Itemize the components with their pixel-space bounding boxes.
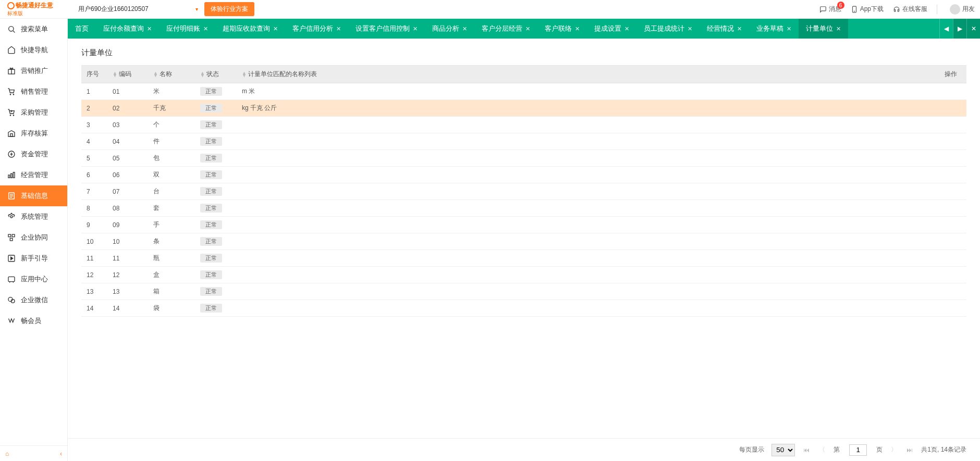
trial-button[interactable]: 体验行业方案: [204, 2, 254, 16]
col-seq[interactable]: 序号: [81, 66, 107, 83]
table-row[interactable]: 202千克正常kg 千克 公斤: [81, 100, 966, 117]
sidebar-item-14[interactable]: 畅会员: [0, 310, 67, 331]
table-row[interactable]: 1212盒正常: [81, 267, 966, 283]
cell-code: 09: [107, 217, 148, 233]
sidebar-item-8[interactable]: 基础信息: [0, 185, 67, 206]
close-icon[interactable]: ✕: [836, 26, 841, 32]
tab-2[interactable]: 应付明细账✕: [159, 19, 215, 39]
tab-3[interactable]: 超期应收款查询✕: [215, 19, 285, 39]
cell-seq: 11: [81, 250, 107, 267]
close-icon[interactable]: ✕: [147, 26, 152, 32]
page-last[interactable]: ⏭: [905, 446, 914, 454]
close-icon[interactable]: ✕: [575, 26, 580, 32]
table-row[interactable]: 1010条正常: [81, 233, 966, 250]
sidebar-item-4[interactable]: 采购管理: [0, 102, 67, 123]
sidebar-item-13[interactable]: 企业微信: [0, 290, 67, 310]
tab-12[interactable]: 业务草稿✕: [749, 19, 799, 39]
page-input[interactable]: [849, 444, 867, 456]
tabs-scroll-right[interactable]: ▶: [953, 19, 966, 39]
tab-label: 应付余额查询: [103, 24, 144, 33]
cell-seq: 2: [81, 100, 107, 117]
sidebar-item-6[interactable]: 资金管理: [0, 144, 67, 165]
sidebar-item-11[interactable]: 新手引导: [0, 248, 67, 269]
svg-point-6: [10, 94, 10, 95]
sidebar-item-7[interactable]: 经营管理: [0, 165, 67, 185]
cell-status: 正常: [195, 100, 237, 117]
home-icon: [7, 46, 16, 54]
table-row[interactable]: 909手正常: [81, 217, 966, 233]
app-download-link[interactable]: App下载: [851, 5, 884, 14]
messages-link[interactable]: 消息 6: [819, 5, 841, 14]
col-status[interactable]: ▲▼状态: [195, 66, 237, 83]
tab-9[interactable]: 提成设置✕: [587, 19, 636, 39]
tabs-scroll-left[interactable]: ◀: [939, 19, 953, 39]
company-select[interactable]: 用户690企业1660120507 ▾: [78, 5, 198, 14]
tab-0[interactable]: 首页: [68, 19, 96, 39]
close-icon[interactable]: ✕: [624, 26, 629, 32]
table-row[interactable]: 707台正常: [81, 183, 966, 200]
sort-icon: ▲▼: [200, 72, 205, 77]
sidebar-expand-icon[interactable]: ‹: [60, 450, 62, 457]
table-row[interactable]: 1414袋正常: [81, 300, 966, 317]
sidebar-item-3[interactable]: 销售管理: [0, 81, 67, 102]
table-row[interactable]: 404件正常: [81, 133, 966, 150]
table-row[interactable]: 101米正常m 米: [81, 83, 966, 100]
sidebar-item-5[interactable]: 库存核算: [0, 123, 67, 144]
col-match[interactable]: ▲▼计量单位匹配的名称列表: [237, 66, 935, 83]
page-prev[interactable]: 〈: [818, 445, 826, 454]
tabs-close-all[interactable]: ✕: [966, 19, 980, 39]
close-icon[interactable]: ✕: [462, 26, 467, 32]
cell-op: [935, 117, 966, 133]
cell-status: 正常: [195, 83, 237, 100]
cell-match: [237, 117, 935, 133]
close-icon[interactable]: ✕: [203, 26, 208, 32]
tab-8[interactable]: 客户联络✕: [537, 19, 587, 39]
table-row[interactable]: 1111瓶正常: [81, 250, 966, 267]
col-code[interactable]: ▲▼编码: [107, 66, 148, 83]
table-row[interactable]: 303个正常: [81, 117, 966, 133]
cart-icon: [7, 88, 16, 96]
sidebar-item-2[interactable]: 营销推广: [0, 60, 67, 81]
cell-status: 正常: [195, 217, 237, 233]
tab-10[interactable]: 员工提成统计✕: [636, 19, 700, 39]
tab-11[interactable]: 经营情况✕: [700, 19, 749, 39]
page-size-select[interactable]: 50: [771, 444, 795, 456]
close-icon[interactable]: ✕: [525, 26, 530, 32]
close-icon[interactable]: ✕: [787, 26, 791, 32]
tab-6[interactable]: 商品分析✕: [425, 19, 474, 39]
close-icon[interactable]: ✕: [688, 26, 692, 32]
table-row[interactable]: 606双正常: [81, 167, 966, 183]
sidebar-item-10[interactable]: 企业协同: [0, 227, 67, 248]
table-row[interactable]: 505包正常: [81, 150, 966, 167]
sidebar-item-9[interactable]: 系统管理: [0, 206, 67, 227]
close-icon[interactable]: ✕: [737, 26, 742, 32]
page-first[interactable]: ⏮: [802, 446, 811, 454]
divider: [937, 5, 937, 14]
tab-7[interactable]: 客户分层经营✕: [474, 19, 537, 39]
cell-status: 正常: [195, 283, 237, 300]
online-service-link[interactable]: 在线客服: [893, 5, 927, 14]
pagination: 每页显示 50 ⏮ 〈 第 页 〉 ⏭ 共1页, 14条记录: [68, 438, 980, 461]
cell-op: [935, 183, 966, 200]
sidebar-collapse-icon[interactable]: ⌂: [5, 450, 9, 457]
sidebar-item-1[interactable]: 快捷导航: [0, 40, 67, 60]
tab-13[interactable]: 计量单位✕: [799, 19, 848, 39]
table-row[interactable]: 1313箱正常: [81, 283, 966, 300]
close-icon[interactable]: ✕: [336, 26, 341, 32]
sidebar-item-12[interactable]: 应用中心: [0, 269, 67, 290]
tab-4[interactable]: 客户信用分析✕: [285, 19, 348, 39]
user-menu[interactable]: 用友: [947, 4, 975, 15]
tab-label: 业务草稿: [756, 24, 783, 33]
close-icon[interactable]: ✕: [273, 26, 278, 32]
col-name[interactable]: ▲▼名称: [148, 66, 195, 83]
tab-1[interactable]: 应付余额查询✕: [96, 19, 159, 39]
sidebar-item-0[interactable]: 搜索菜单: [0, 19, 67, 40]
vip-icon: [7, 317, 16, 325]
message-icon: [819, 6, 827, 13]
close-icon[interactable]: ✕: [413, 26, 418, 32]
cell-seq: 10: [81, 233, 107, 250]
table-row[interactable]: 808套正常: [81, 200, 966, 217]
logo-text: 畅捷通好生意: [16, 1, 53, 10]
tab-5[interactable]: 设置客户信用控制✕: [348, 19, 425, 39]
page-next[interactable]: 〉: [890, 445, 898, 454]
